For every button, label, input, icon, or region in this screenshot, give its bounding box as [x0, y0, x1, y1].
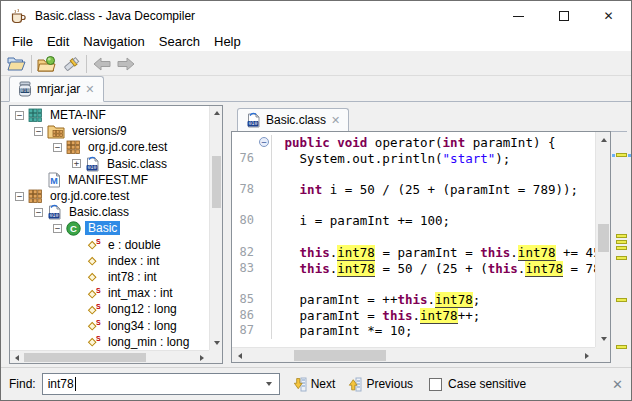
- tree-item-index-int[interactable]: index : int: [10, 253, 209, 269]
- scroll-right-icon[interactable]: [196, 351, 209, 364]
- tree-item-long34-long[interactable]: Slong34 : long: [10, 317, 209, 333]
- package-teal-icon: [28, 108, 43, 123]
- search-match-marker[interactable]: [616, 234, 627, 238]
- tree-item-manifest-mf[interactable]: MMANIFEST.MF: [10, 172, 209, 188]
- tree-item-int-max-int[interactable]: Sint_max : int: [10, 285, 209, 301]
- code-line[interactable]: [232, 229, 595, 245]
- find-input[interactable]: int78: [42, 373, 280, 395]
- field-static-icon: S: [85, 238, 101, 251]
- tree-item-basic-class[interactable]: −010Basic.class: [10, 204, 209, 220]
- tree-item-org-jd-core-test[interactable]: −org.jd.core.test: [10, 139, 209, 155]
- tree-hscroll-thumb[interactable]: [24, 353, 146, 362]
- open-type-button[interactable]: [35, 53, 59, 75]
- search-icon: [62, 56, 80, 72]
- tree-vertical-scrollbar[interactable]: [209, 106, 222, 350]
- find-next-button[interactable]: Next: [292, 377, 336, 392]
- code-line-78[interactable]: 78 int i = 50 / (25 + (paramInt = 789));: [232, 182, 595, 198]
- tree-item-basic-class[interactable]: +010Basic.class: [10, 156, 209, 172]
- editor-vertical-scrollbar[interactable]: [595, 132, 610, 347]
- line-number: 76: [232, 151, 259, 167]
- tree-item-int78-int[interactable]: int78 : int: [10, 269, 209, 285]
- tree-item-long12-long[interactable]: Slong12 : long: [10, 301, 209, 317]
- menu-edit[interactable]: Edit: [40, 32, 76, 51]
- current-search-match-marker[interactable]: [616, 153, 627, 157]
- editor-tab-close-icon[interactable]: ✕: [331, 114, 340, 127]
- tab-mrjar-jar[interactable]: 010 mrjar.jar ✕: [9, 76, 104, 102]
- editor-tab-label: Basic.class: [266, 113, 326, 127]
- find-previous-label: Previous: [366, 377, 413, 391]
- scroll-up-icon[interactable]: [210, 106, 223, 119]
- scroll-left-icon[interactable]: [10, 351, 23, 364]
- tree-item-e-double[interactable]: Se : double: [10, 237, 209, 253]
- collapse-icon[interactable]: −: [34, 208, 43, 217]
- tree-horizontal-scrollbar[interactable]: [10, 350, 209, 363]
- tab-basic-class[interactable]: 010 Basic.class ✕: [237, 108, 349, 132]
- tree-item-org-jd-core-test[interactable]: −org.jd.core.test: [10, 188, 209, 204]
- find-dropdown-button[interactable]: [261, 376, 277, 392]
- code-line-80[interactable]: 80 i = paramInt += 100;: [232, 213, 595, 229]
- search-match-marker[interactable]: [616, 345, 627, 349]
- tree-item-basic[interactable]: −CBasic: [10, 220, 209, 236]
- code-editor[interactable]: − public void operator(int paramInt) {76…: [232, 135, 595, 347]
- forward-button[interactable]: [114, 53, 138, 75]
- tree-vscroll-thumb[interactable]: [212, 156, 221, 208]
- fold-collapse-icon[interactable]: −: [259, 137, 269, 147]
- scroll-right-icon[interactable]: [580, 348, 595, 363]
- code-line-76[interactable]: 76 System.out.println("start");: [232, 151, 595, 167]
- tree-item-versions-9[interactable]: −versions/9: [10, 123, 209, 139]
- line-number: [232, 229, 259, 245]
- find-close-icon[interactable]: ✕: [612, 377, 623, 392]
- code-line-82[interactable]: 82 this.int78 = paramInt = this.int78 +=…: [232, 245, 595, 261]
- coffee-cup-icon: [10, 8, 27, 25]
- code-line-83[interactable]: 83 this.int78 = 50 / (25 + (this.int78 =…: [232, 261, 595, 277]
- back-button[interactable]: [90, 53, 114, 75]
- code-line-87[interactable]: 87 paramInt *= 10;: [232, 323, 595, 339]
- search-match-marker[interactable]: [616, 298, 627, 302]
- close-button[interactable]: ✕: [586, 1, 631, 31]
- editor-hscroll-thumb[interactable]: [294, 350, 386, 361]
- scroll-down-icon[interactable]: [596, 332, 611, 347]
- search-match-marker[interactable]: [616, 256, 627, 260]
- code-line[interactable]: [232, 276, 595, 292]
- editor-vscroll-thumb[interactable]: [598, 224, 609, 252]
- find-previous-button[interactable]: Previous: [347, 377, 413, 392]
- menu-navigation[interactable]: Navigation: [76, 32, 151, 51]
- collapse-icon[interactable]: −: [15, 192, 24, 201]
- scroll-down-icon[interactable]: [210, 337, 223, 350]
- close-icon: ✕: [603, 10, 613, 22]
- search-match-marker[interactable]: [616, 246, 627, 250]
- menu-help[interactable]: Help: [207, 32, 248, 51]
- toolbar-separator: [86, 55, 87, 73]
- code-text: paramInt = this.int78++;: [272, 308, 480, 324]
- tree-item-long-min-long[interactable]: Slong_min : long: [10, 334, 209, 350]
- case-sensitive-checkbox[interactable]: [429, 378, 442, 391]
- code-line[interactable]: [232, 198, 595, 214]
- minimize-button[interactable]: [496, 1, 541, 31]
- scroll-left-icon[interactable]: [232, 348, 247, 363]
- expand-icon[interactable]: +: [72, 159, 81, 168]
- code-line[interactable]: − public void operator(int paramInt) {: [232, 135, 595, 151]
- code-line[interactable]: [232, 166, 595, 182]
- search-button[interactable]: [59, 53, 83, 75]
- collapse-icon[interactable]: −: [15, 111, 24, 120]
- menu-file[interactable]: File: [5, 32, 40, 51]
- open-file-button[interactable]: [4, 53, 28, 75]
- line-number: 82: [232, 245, 259, 261]
- collapse-icon[interactable]: −: [34, 127, 43, 136]
- code-text: this.int78 = 50 / (25 + (this.int78 = 78…: [272, 261, 595, 277]
- code-line-85[interactable]: 85 paramInt = ++this.int78;: [232, 292, 595, 308]
- field-static-icon: S: [85, 287, 101, 300]
- code-text: [272, 229, 277, 245]
- menu-search[interactable]: Search: [152, 32, 207, 51]
- code-line-86[interactable]: 86 paramInt = this.int78++;: [232, 308, 595, 324]
- jar-tab-close-icon[interactable]: ✕: [85, 83, 94, 96]
- search-match-marker[interactable]: [616, 240, 627, 244]
- maximize-button[interactable]: [541, 1, 586, 31]
- collapse-icon[interactable]: −: [53, 224, 62, 233]
- editor-horizontal-scrollbar[interactable]: [232, 347, 595, 362]
- code-editor-panel: − public void operator(int paramInt) {76…: [231, 131, 611, 363]
- collapse-icon[interactable]: −: [53, 143, 62, 152]
- scroll-up-icon[interactable]: [596, 132, 611, 147]
- case-sensitive-label: Case sensitive: [448, 377, 526, 391]
- tree-item-meta-inf[interactable]: −META-INF: [10, 107, 209, 123]
